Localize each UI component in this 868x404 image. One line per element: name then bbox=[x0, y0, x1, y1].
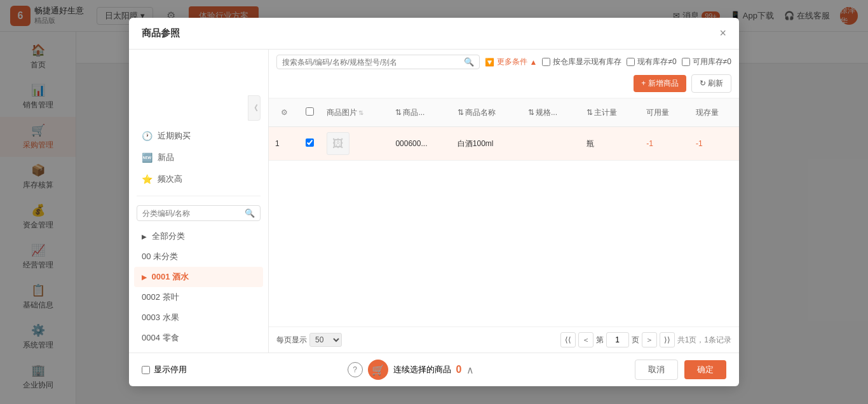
classify-item-00[interactable]: 00 未分类 bbox=[134, 246, 263, 267]
new-icon: 🆕 bbox=[142, 152, 153, 163]
stock-ne0-checkbox[interactable]: 现有库存≠0 bbox=[627, 57, 676, 67]
dialog-overlay: 商品参照 × 《 🕐 近期购买 🆕 新品 bbox=[0, 0, 868, 404]
footer-middle: ? 🛒 连续选择的商品 0 ∧ bbox=[348, 360, 475, 380]
prev-page-button[interactable]: ＜ bbox=[578, 332, 593, 347]
col-available: 可用量 bbox=[640, 98, 689, 127]
recent-purchase-item[interactable]: 🕐 近期购买 bbox=[129, 126, 268, 146]
cell-stock: -1 bbox=[689, 127, 739, 161]
selected-count-badge: 0 bbox=[456, 364, 462, 375]
triangle-icon: ▶ bbox=[142, 233, 147, 240]
cell-image: 🖼 bbox=[320, 127, 389, 161]
col-spec: ⇅ 规格... bbox=[522, 98, 580, 127]
sort-icon-code: ⇅ bbox=[395, 108, 402, 117]
warehouse-stock-check[interactable] bbox=[542, 58, 550, 66]
classify-item-0002[interactable]: 0002 茶叶 bbox=[134, 287, 263, 307]
row-checkbox[interactable] bbox=[306, 138, 314, 147]
col-checkbox bbox=[299, 98, 320, 127]
product-image: 🖼 bbox=[327, 132, 349, 155]
collapse-left-panel-button[interactable]: 《 bbox=[248, 95, 261, 121]
sort-icon-unit: ⇅ bbox=[587, 108, 593, 117]
cell-unit: 瓶 bbox=[580, 127, 641, 161]
recent-icon: 🕐 bbox=[142, 131, 153, 141]
search-input-wrap: 🔍 bbox=[276, 55, 480, 69]
product-reference-dialog: 商品参照 × 《 🕐 近期购买 🆕 新品 bbox=[129, 18, 739, 386]
warehouse-stock-checkbox[interactable]: 按仓库显示现有库存 bbox=[542, 57, 621, 67]
filter-button[interactable]: 🔽 更多条件 ▲ bbox=[485, 57, 538, 67]
right-panel: 🔍 🔽 更多条件 ▲ 按仓库显示现有库存 现有库存≠0 bbox=[269, 50, 739, 353]
page-nav: ⟨⟨ ＜ 第 页 ＞ ⟩⟩ 共1页，1条记录 bbox=[560, 332, 731, 347]
chevron-up-icon: ▲ bbox=[530, 58, 538, 67]
classify-item-0001[interactable]: ▶ 0001 酒水 bbox=[134, 267, 263, 287]
available-ne0-check[interactable] bbox=[682, 58, 690, 66]
product-table: ⚙ 商品图片 ⇅ ⇅ bbox=[269, 98, 739, 161]
close-icon[interactable]: × bbox=[719, 27, 726, 40]
classify-search-input[interactable] bbox=[142, 209, 242, 218]
new-label: 新品 bbox=[158, 152, 174, 163]
new-product-item[interactable]: 🆕 新品 bbox=[129, 147, 268, 168]
toolbar-right: + 新增商品 ↻ 刷新 bbox=[634, 74, 731, 93]
sort-icon-name: ⇅ bbox=[458, 108, 464, 117]
sort-icon-spec: ⇅ bbox=[528, 108, 534, 117]
show-disabled-label: 显示停用 bbox=[154, 364, 187, 375]
dialog-title: 商品参照 bbox=[142, 27, 180, 39]
page-size-wrap: 每页显示 50 100 200 bbox=[276, 333, 342, 347]
search-icon: 🔍 bbox=[245, 208, 255, 218]
left-panel-header: 《 bbox=[129, 55, 268, 123]
left-panel: 《 🕐 近期购买 🆕 新品 ⭐ 频次高 bbox=[129, 50, 269, 353]
refresh-button[interactable]: ↻ 刷新 bbox=[691, 74, 731, 93]
classify-search-wrap: 🔍 bbox=[137, 205, 261, 221]
table-row[interactable]: 1 🖼 000600... 白酒100ml 瓶 bbox=[269, 127, 739, 161]
star-icon: ⭐ bbox=[142, 174, 153, 184]
dialog-footer: 显示停用 ? 🛒 连续选择的商品 0 ∧ 取消 确定 bbox=[129, 353, 739, 386]
total-info: 共1页，1条记录 bbox=[677, 335, 731, 346]
col-name: ⇅ 商品名称 bbox=[451, 98, 522, 127]
table-header-row: ⚙ 商品图片 ⇅ ⇅ bbox=[269, 98, 739, 127]
cell-available: -1 bbox=[640, 127, 689, 161]
dialog-body: 《 🕐 近期购买 🆕 新品 ⭐ 频次高 bbox=[129, 50, 739, 353]
cell-num: 1 bbox=[269, 127, 299, 161]
help-icon[interactable]: ? bbox=[348, 362, 363, 377]
left-panel-menu: 🕐 近期购买 🆕 新品 ⭐ 频次高 bbox=[129, 123, 268, 192]
last-page-button[interactable]: ⟩⟩ bbox=[660, 332, 675, 347]
cell-checkbox bbox=[299, 127, 320, 161]
search-icon: 🔍 bbox=[464, 57, 474, 67]
collapse-footer-icon[interactable]: ∧ bbox=[466, 364, 474, 376]
col-code: ⇅ 商品... bbox=[389, 98, 451, 127]
classify-list: ▶ 全部分类 00 未分类 ▶ 0001 酒水 0002 茶叶 0003 水果 … bbox=[129, 226, 268, 347]
dialog-header: 商品参照 × bbox=[129, 18, 739, 50]
cancel-button[interactable]: 取消 bbox=[635, 360, 678, 380]
next-page-button[interactable]: ＞ bbox=[642, 332, 657, 347]
classify-item-all[interactable]: ▶ 全部分类 bbox=[134, 226, 263, 246]
cell-code: 000600... bbox=[389, 127, 451, 161]
cart-label: 连续选择的商品 bbox=[393, 364, 451, 375]
toolbar: 🔍 🔽 更多条件 ▲ 按仓库显示现有库存 现有库存≠0 bbox=[269, 50, 739, 98]
product-search-input[interactable] bbox=[282, 58, 461, 67]
stock-ne0-check[interactable] bbox=[627, 58, 635, 66]
page-number-input[interactable] bbox=[606, 332, 629, 347]
confirm-button[interactable]: 确定 bbox=[684, 360, 726, 379]
page-size-select[interactable]: 50 100 200 bbox=[309, 333, 342, 347]
pagination: 每页显示 50 100 200 ⟨⟨ ＜ 第 页 ＞ bbox=[269, 327, 739, 353]
col-stock: 现存量 bbox=[689, 98, 739, 127]
col-num: ⚙ bbox=[269, 98, 299, 127]
cart-icon: 🛒 bbox=[368, 360, 388, 380]
frequent-item[interactable]: ⭐ 频次高 bbox=[129, 169, 268, 189]
sort-icon: ⇅ bbox=[358, 109, 363, 116]
recent-label: 近期购买 bbox=[158, 130, 191, 142]
classify-item-0003[interactable]: 0003 水果 bbox=[134, 307, 263, 328]
table-body: 1 🖼 000600... 白酒100ml 瓶 bbox=[269, 127, 739, 161]
available-ne0-checkbox[interactable]: 可用库存≠0 bbox=[682, 57, 731, 67]
table-settings-icon[interactable]: ⚙ bbox=[275, 104, 293, 121]
add-product-button[interactable]: + 新增商品 bbox=[634, 75, 686, 92]
triangle-icon: ▶ bbox=[142, 274, 147, 281]
cell-spec bbox=[522, 127, 580, 161]
cell-name: 白酒100ml bbox=[451, 127, 522, 161]
select-all-checkbox[interactable] bbox=[306, 107, 314, 116]
footer-left: 显示停用 bbox=[142, 364, 187, 375]
first-page-button[interactable]: ⟨⟨ bbox=[560, 332, 576, 347]
footer-right: 取消 确定 bbox=[635, 360, 726, 380]
classify-item-0004[interactable]: 0004 零食 bbox=[134, 328, 263, 347]
frequent-label: 频次高 bbox=[158, 173, 182, 185]
show-disabled-checkbox[interactable] bbox=[142, 366, 150, 374]
table-wrap: ⚙ 商品图片 ⇅ ⇅ bbox=[269, 98, 739, 327]
